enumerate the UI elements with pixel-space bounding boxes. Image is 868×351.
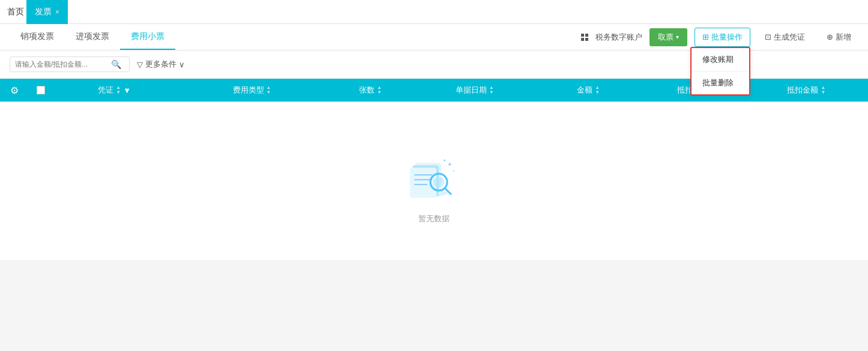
dropdown-item-batch-delete[interactable]: 批量删除 — [692, 71, 749, 94]
empty-state: ✦ ✦ ✦ 暂无数据 — [0, 102, 868, 260]
invoice-tab[interactable]: 发票 × — [26, 0, 68, 24]
filter-icon: ▽ — [137, 60, 143, 69]
qr-icon[interactable] — [581, 34, 588, 41]
batch-ops-button[interactable]: ⊞ 批量操作 — [695, 28, 750, 47]
sub-tabs-left: 销项发票 进项发票 费用小票 — [10, 24, 175, 50]
empty-icon: ✦ ✦ ✦ — [404, 150, 464, 204]
svg-text:✦: ✦ — [447, 161, 452, 168]
sub-tabs-bar: 销项发票 进项发票 费用小票 税务数字账户 取票 ▾ ⊞ 批量操作 — [0, 24, 868, 50]
voucher-sort-icon: ▲▼ — [116, 85, 121, 95]
deduct-sort-icon: ▲▼ — [821, 85, 825, 95]
voucher-filter-icon[interactable]: ▼ — [123, 86, 131, 95]
th-amount: 金额 ▲▼ — [536, 79, 640, 102]
qupiao-button[interactable]: 取票 ▾ — [649, 28, 687, 46]
th-voucher: 凭证 ▲▼ ▼ — [53, 79, 176, 102]
batch-ops-container: ⊞ 批量操作 修改账期 批量删除 — [695, 28, 750, 47]
th-settings[interactable]: ⚙ — [0, 79, 29, 102]
top-nav: 首页 发票 × — [0, 0, 868, 24]
type-sort-icon: ▲▼ — [267, 85, 271, 95]
batch-ops-icon: ⊞ — [702, 32, 709, 41]
home-link[interactable]: 首页 — [7, 7, 24, 17]
select-all-checkbox[interactable] — [37, 86, 45, 94]
svg-text:✦: ✦ — [452, 169, 456, 173]
close-tab-icon[interactable]: × — [55, 8, 59, 16]
date-sort-icon: ▲▼ — [489, 85, 494, 95]
empty-text: 暂无数据 — [418, 213, 450, 224]
tab-purchase[interactable]: 进项发票 — [65, 24, 120, 50]
batch-ops-dropdown: 修改账期 批量删除 — [690, 47, 750, 96]
th-date: 单据日期 ▲▼ — [413, 79, 536, 102]
add-new-button[interactable]: ⊕ 新增 — [819, 28, 858, 46]
th-count: 张数 ▲▼ — [328, 79, 413, 102]
tax-account-button[interactable]: 税务数字账户 — [595, 32, 642, 43]
search-wrap: 🔍 — [10, 56, 130, 72]
count-sort-icon: ▲▼ — [377, 85, 382, 95]
generate-voucher-button[interactable]: ⊡ 生成凭证 — [758, 28, 812, 46]
more-conditions-chevron: ∨ — [179, 60, 185, 69]
amount-sort-icon: ▲▼ — [595, 85, 600, 95]
th-checkbox[interactable] — [29, 79, 53, 102]
table-container: ⚙ 凭证 ▲▼ ▼ 费用类型 ▲▼ 张数 ▲▼ 单据日期 ▲▼ 金额 ▲▼ — [0, 79, 868, 260]
tab-sales[interactable]: 销项发票 — [10, 24, 65, 50]
svg-rect-3 — [410, 168, 436, 198]
settings-icon: ⚙ — [10, 85, 19, 96]
search-input[interactable] — [15, 60, 111, 69]
add-icon: ⊕ — [827, 32, 833, 41]
search-button[interactable]: 🔍 — [111, 60, 121, 69]
th-deduct: 抵扣金额 ▲▼ — [745, 79, 868, 102]
tab-expense[interactable]: 费用小票 — [120, 24, 175, 50]
sub-tabs-right: 税务数字账户 取票 ▾ ⊞ 批量操作 修改账期 批量删除 ⊡ 生成凭证 ⊕ 新增 — [581, 28, 858, 47]
svg-text:✦: ✦ — [443, 159, 446, 162]
generate-voucher-icon: ⊡ — [765, 32, 771, 41]
qupiao-dropdown-icon: ▾ — [676, 34, 679, 40]
more-conditions-toggle[interactable]: ▽ 更多条件 ∨ — [137, 59, 185, 70]
invoice-tab-label: 发票 — [35, 7, 52, 17]
dropdown-item-modify-period[interactable]: 修改账期 — [692, 48, 749, 71]
svg-point-8 — [433, 177, 444, 188]
th-type: 费用类型 ▲▼ — [176, 79, 328, 102]
